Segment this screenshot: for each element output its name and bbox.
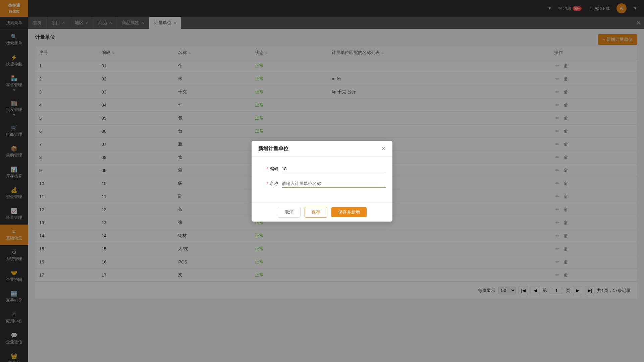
name-label: 名称: [258, 181, 278, 187]
modal-footer: 取消 保存 保存并新增: [252, 202, 392, 222]
modal-header: 新增计量单位 ✕: [252, 141, 392, 157]
form-item-code: 编码: [258, 165, 386, 173]
modal-title: 新增计量单位: [258, 145, 288, 152]
add-unit-modal: 新增计量单位 ✕ 编码 名称 取消 保存 保存并新增: [252, 141, 392, 222]
modal-body: 编码 名称: [252, 157, 392, 202]
modal-overlay: 新增计量单位 ✕ 编码 名称 取消 保存 保存并新增: [0, 0, 644, 362]
form-item-name: 名称: [258, 180, 386, 188]
save-button[interactable]: 保存: [305, 207, 327, 218]
modal-close-button[interactable]: ✕: [381, 145, 386, 152]
code-input[interactable]: [282, 165, 386, 173]
code-label: 编码: [258, 166, 278, 172]
cancel-button[interactable]: 取消: [278, 207, 301, 218]
save-and-new-button[interactable]: 保存并新增: [331, 207, 367, 217]
name-input[interactable]: [282, 180, 386, 188]
